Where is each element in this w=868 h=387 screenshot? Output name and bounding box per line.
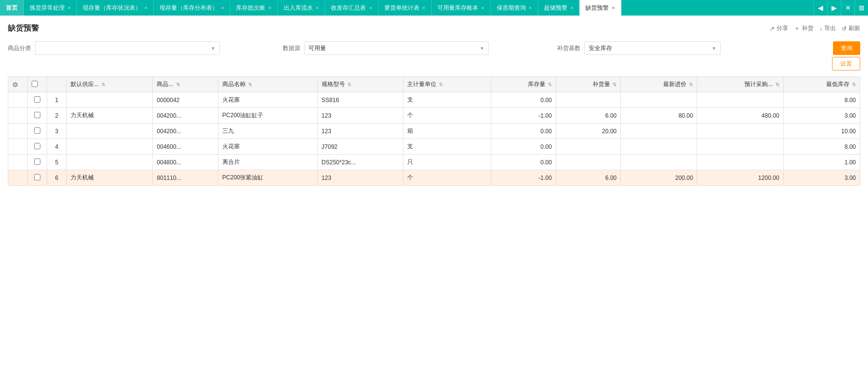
select-all-checkbox[interactable] [32,81,38,87]
tab-order-stat[interactable]: 要货单统计表 × [379,0,432,16]
td-checkbox-3 [28,139,47,155]
td-row-num-2: 3 [47,123,67,139]
export-button[interactable]: ↓ 导出 [819,24,836,33]
tab-home[interactable]: 首页 [0,0,24,16]
close-icon[interactable]: × [369,5,372,11]
nav-close-current-button[interactable]: ✕ [841,0,854,16]
sort-icon[interactable]: ⇅ [613,82,616,87]
close-icon[interactable]: × [529,5,532,11]
nav-next-button[interactable]: ▶ [827,0,841,16]
tab-inout[interactable]: 出入库流水 × [278,0,325,16]
sort-icon[interactable]: ⇅ [248,82,252,87]
close-icon[interactable]: × [268,5,271,11]
category-select[interactable]: ▼ [35,41,220,55]
th-stock-label: 库存量 [528,81,545,88]
tab-overstock[interactable]: 超储预警 × [538,0,579,16]
table-settings-icon[interactable]: ⚙ [12,81,18,88]
td-unit-4: 只 [403,155,491,170]
row-checkbox-2[interactable] [34,127,40,134]
page-title: 缺货预警 [8,23,770,34]
td-latest-price-5: 200.00 [621,170,697,186]
td-checkbox-1 [28,108,47,123]
td-goods-name-4: 离合片 [218,155,317,170]
td-est-purchase-3 [697,139,783,155]
td-min-stock-4: 1.00 [783,155,860,170]
td-replenish-0 [556,92,621,108]
td-unit-2: 箱 [403,123,491,139]
row-checkbox-4[interactable] [34,158,40,165]
th-spec-label: 规格型号 [322,81,345,88]
td-goods-name-5: PC200张紧油缸 [218,170,317,186]
td-latest-price-1: 80.00 [621,108,697,123]
th-supplier: 默认供应... ⇅ [67,77,153,92]
tab-home-label: 首页 [6,4,18,12]
td-replenish-3 [556,139,621,155]
sort-icon[interactable]: ⇅ [439,82,443,87]
replenish-label: 补货 [802,24,814,33]
th-checkbox [28,77,47,92]
replenish-base-select[interactable]: 安全库存 ▼ [584,41,721,55]
tab-batch[interactable]: 库存批次账 × [230,0,277,16]
page-header: 缺货预警 ↗ 分享 ＋ 补货 ↓ 导出 ↺ 刷新 [8,23,860,34]
sort-icon[interactable]: ⇅ [776,82,779,87]
datasource-select-value: 可用量 [308,44,326,53]
td-row-num-1: 2 [47,108,67,123]
td-unit-1: 个 [403,108,491,123]
nav-tabs: 首页 拣货异常处理 × 现存量（库存状况表） × 现存量（库存分布表） × 库存… [0,0,868,16]
tab-expiry[interactable]: 保质期查询 × [491,0,538,16]
tab-expiry-label: 保质期查询 [497,4,526,12]
row-checkbox-5[interactable] [34,174,40,180]
tab-abnormal[interactable]: 拣货异常处理 × [24,0,77,16]
share-button[interactable]: ↗ 分享 [770,24,788,33]
th-settings: ⚙ [8,77,28,92]
row-checkbox-0[interactable] [34,96,40,103]
sort-icon[interactable]: ⇅ [689,82,693,87]
table-row: 6 力天机械 801110... PC200张紧油缸 123 个 -1.00 6… [8,170,860,186]
th-unit: 主计量单位 ⇅ [403,77,491,92]
sort-icon[interactable]: ⇅ [852,82,856,87]
tab-stock-status[interactable]: 现存量（库存状况表） × [77,0,153,16]
close-icon[interactable]: × [481,5,484,11]
sort-icon[interactable]: ⇅ [548,82,552,87]
close-icon[interactable]: × [144,5,147,11]
tab-stock-dist[interactable]: 现存量（库存分布表） × [154,0,230,16]
close-icon[interactable]: × [316,5,319,11]
td-supplier-0 [67,92,153,108]
td-replenish-5: 6.00 [556,170,621,186]
td-est-purchase-4 [697,155,783,170]
td-settings-4 [8,155,28,170]
chevron-down-icon: ▼ [211,46,216,51]
sort-icon[interactable]: ⇅ [101,82,105,87]
close-icon[interactable]: × [422,5,425,11]
share-label: 分享 [777,24,788,33]
td-goods-code-0: 0000042 [153,92,218,108]
tab-shortage[interactable]: 缺货预警 × [579,0,621,16]
nav-prev-button[interactable]: ◀ [814,0,827,16]
query-button[interactable]: 查询 [833,41,860,55]
close-icon[interactable]: × [570,5,573,11]
close-icon[interactable]: × [221,5,224,11]
td-goods-code-2: 004200... [153,123,218,139]
settings-button[interactable]: 设置 [832,57,860,70]
tab-receipt[interactable]: 收发存汇总表 × [325,0,378,16]
sort-icon[interactable]: ⇅ [347,82,351,87]
replenish-button[interactable]: ＋ 补货 [794,24,814,33]
table-row: 3 004200... 三九 123 箱 0.00 20.00 10.00 [8,123,860,139]
th-latest-price-label: 最新进价 [663,81,687,88]
th-goods-code-label: 商品... [157,81,173,88]
row-checkbox-3[interactable] [34,143,40,149]
row-checkbox-1[interactable] [34,112,40,118]
td-min-stock-5: 3.00 [783,170,860,186]
sort-icon[interactable]: ⇅ [176,82,180,87]
datasource-select[interactable]: 可用量 ▼ [304,41,489,55]
tab-available[interactable]: 可用量库存账本 × [432,0,490,16]
refresh-button[interactable]: ↺ 刷新 [842,24,860,33]
close-icon[interactable]: × [612,5,615,11]
th-goods-code: 商品... ⇅ [153,77,218,92]
td-min-stock-3: 8.00 [783,139,860,155]
datasource-filter-label: 数据源 [283,44,300,53]
table-row: 2 力天机械 004200... PC200油缸缸子 123 个 -1.00 6… [8,108,860,123]
nav-close-all-button[interactable]: ⊠ [854,0,868,16]
replenish-base-filter-group: 补货基数 安全库存 ▼ [557,41,824,55]
close-icon[interactable]: × [68,5,71,11]
